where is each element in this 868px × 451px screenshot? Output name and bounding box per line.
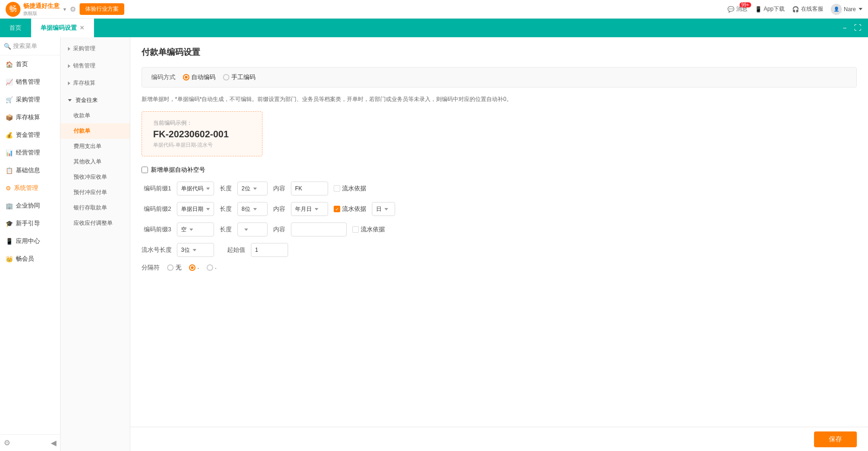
sep-option-dot2[interactable]: ·	[207, 264, 217, 271]
sidebar-item-purchase[interactable]: 🛒 采购管理	[0, 91, 60, 108]
sub-nav-item-bank-deposit[interactable]: 银行存取款单	[61, 200, 130, 215]
minimize-icon[interactable]: －	[840, 23, 849, 33]
sub-nav-item-prepay-recv[interactable]: 预收冲应收单	[61, 169, 130, 185]
sub-nav-title-sales[interactable]: 销售管理	[61, 58, 130, 74]
sub-nav-item-expense[interactable]: 费用支出单	[61, 139, 130, 154]
form-row-prefix2: 编码前缀2 单据日期 长度 8位 内容 年月日 流水依据 日	[141, 202, 857, 216]
sub-nav-item-payment[interactable]: 付款单	[61, 123, 130, 139]
code-preview: 当前编码示例： FK-20230602-001 单据代码-单据日期-流水号	[141, 111, 262, 156]
app-download-btn[interactable]: 📱 App下载	[755, 5, 785, 13]
auto-encoding-radio[interactable]	[183, 74, 189, 81]
prefix1-checkbox[interactable]: 流水依据	[334, 184, 366, 193]
prefix3-checkbox[interactable]: 流水依据	[352, 225, 385, 234]
save-button[interactable]: 保存	[814, 431, 857, 447]
sidebar-item-sales[interactable]: 📈 销售管理	[0, 73, 60, 91]
sub-nav-item-adjustment[interactable]: 应收应付调整单	[61, 215, 130, 231]
sidebar-collapse-btn[interactable]: ◀	[51, 438, 56, 447]
system-icon: ⚙	[6, 185, 11, 192]
prefix1-length-select[interactable]: 2位	[237, 182, 268, 195]
service-icon: 🎧	[792, 6, 799, 13]
message-btn[interactable]: 💬 消息 99+	[727, 5, 747, 13]
logo: 畅 畅捷通好生意 旗舰版	[6, 2, 60, 17]
download-icon: 📱	[755, 6, 762, 13]
chevron-right-icon	[68, 47, 70, 51]
chevron-down-icon[interactable]: ▾	[63, 6, 66, 13]
finance-icon: 💰	[6, 132, 13, 139]
prefix3-checkbox-box[interactable]	[352, 226, 359, 233]
page-title: 付款单编码设置	[141, 47, 857, 58]
prefix3-label: 编码前缀3	[141, 225, 171, 234]
user-menu[interactable]: 👤 Nare	[831, 4, 862, 15]
enterprise-icon: 🏢	[6, 202, 13, 209]
message-icon: 💬	[727, 6, 734, 13]
prefix3-content-label: 内容	[273, 225, 285, 234]
prefix2-checkbox[interactable]: 流水依据	[334, 205, 366, 213]
guide-icon: 🎓	[6, 220, 13, 227]
sub-nav-title-capital[interactable]: 资金往来	[61, 93, 130, 108]
prefix1-content-label: 内容	[273, 184, 285, 193]
sub-nav-item-other-income[interactable]: 其他收入单	[61, 154, 130, 169]
sidebar: 🔍 搜索菜单 🏠 首页 📈 销售管理 🛒 采购管理 📦 库存核算 💰 资金管理 …	[0, 37, 61, 451]
sub-nav-item-receipt[interactable]: 收款单	[61, 108, 130, 123]
sidebar-item-enterprise[interactable]: 🏢 企业协同	[0, 197, 60, 215]
maximize-icon[interactable]: ⛶	[853, 23, 862, 33]
prefix2-length-select[interactable]: 8位	[237, 202, 268, 216]
prefix3-length-select[interactable]	[237, 222, 268, 236]
sidebar-item-guide[interactable]: 🎓 新手引导	[0, 215, 60, 232]
sub-nav-title-inventory[interactable]: 库存核算	[61, 75, 130, 91]
sidebar-settings-btn[interactable]: ⚙	[4, 438, 10, 447]
inventory-icon: 📦	[6, 114, 13, 121]
sidebar-item-system[interactable]: ⚙ 系统管理	[0, 179, 60, 197]
separator-label: 分隔符	[141, 263, 160, 272]
basicinfo-icon: 📋	[6, 167, 13, 174]
prefix1-content-input[interactable]	[291, 182, 328, 195]
tab-code-settings[interactable]: 单据编码设置 ✕	[31, 19, 94, 37]
message-badge: 99+	[740, 2, 751, 7]
manual-encoding-radio[interactable]	[223, 74, 229, 81]
sep-option-dot[interactable]: ·	[189, 264, 199, 271]
sub-nav-group-purchase: 采购管理	[61, 41, 130, 56]
prefix2-day-select[interactable]: 日	[372, 202, 395, 216]
tab-home[interactable]: 首页	[0, 19, 31, 37]
serial-length-select[interactable]: 3位	[177, 243, 214, 257]
encoding-method-label: 编码方式	[151, 73, 175, 81]
auto-encoding-option[interactable]: 自动编码	[183, 73, 215, 81]
sub-nav-title-purchase[interactable]: 采购管理	[61, 41, 130, 56]
autofill-row: 新增单据自动补空号	[141, 166, 857, 174]
sidebar-search[interactable]: 🔍 搜索菜单	[0, 37, 60, 55]
content-wrapper: 付款单编码设置 编码方式 自动编码 手工编码 新增单据时，*单据编码*自动生成，…	[130, 37, 868, 451]
sidebar-item-management[interactable]: 📊 经营管理	[0, 144, 60, 162]
settings-icon[interactable]: ⚙	[70, 5, 76, 13]
sidebar-item-home[interactable]: 🏠 首页	[0, 55, 60, 73]
prefix1-length-label: 长度	[220, 184, 232, 193]
start-value-input[interactable]	[251, 243, 288, 257]
online-service-btn[interactable]: 🎧 在线客服	[792, 5, 823, 13]
autofill-checkbox[interactable]	[141, 167, 148, 173]
search-icon: 🔍	[4, 43, 11, 50]
separator-row: 分隔符 无 · ·	[141, 263, 857, 272]
logo-text: 畅捷通好生意 旗舰版	[23, 2, 60, 17]
sidebar-item-member[interactable]: 👑 畅会员	[0, 250, 60, 268]
prefix1-checkbox-box[interactable]	[334, 185, 340, 192]
prefix3-length-label: 长度	[220, 225, 232, 234]
sub-nav-item-prepay-pay[interactable]: 预付冲应付单	[61, 185, 130, 200]
prefix2-content-select[interactable]: 年月日	[291, 202, 328, 216]
sep-dot2-radio[interactable]	[207, 264, 213, 271]
trial-btn[interactable]: 体验行业方案	[80, 3, 124, 15]
sep-option-none[interactable]: 无	[167, 263, 182, 272]
prefix1-select[interactable]: 单据代码	[177, 182, 214, 195]
prefix3-content-input[interactable]	[291, 222, 347, 236]
sep-none-radio[interactable]	[167, 264, 174, 271]
chevron-right-icon-sales	[68, 64, 70, 68]
code-preview-label: 当前编码示例：	[153, 119, 251, 127]
sidebar-item-finance[interactable]: 💰 资金管理	[0, 126, 60, 144]
sep-dot-radio[interactable]	[189, 264, 195, 271]
manual-encoding-option[interactable]: 手工编码	[223, 73, 256, 81]
tab-close-icon[interactable]: ✕	[80, 25, 84, 31]
prefix2-checkbox-box[interactable]	[334, 206, 340, 212]
prefix3-select[interactable]: 空	[177, 222, 214, 236]
sidebar-item-apps[interactable]: 📱 应用中心	[0, 232, 60, 250]
prefix2-select[interactable]: 单据日期	[177, 202, 214, 216]
sidebar-item-basicinfo[interactable]: 📋 基础信息	[0, 162, 60, 179]
sidebar-item-inventory[interactable]: 📦 库存核算	[0, 108, 60, 126]
